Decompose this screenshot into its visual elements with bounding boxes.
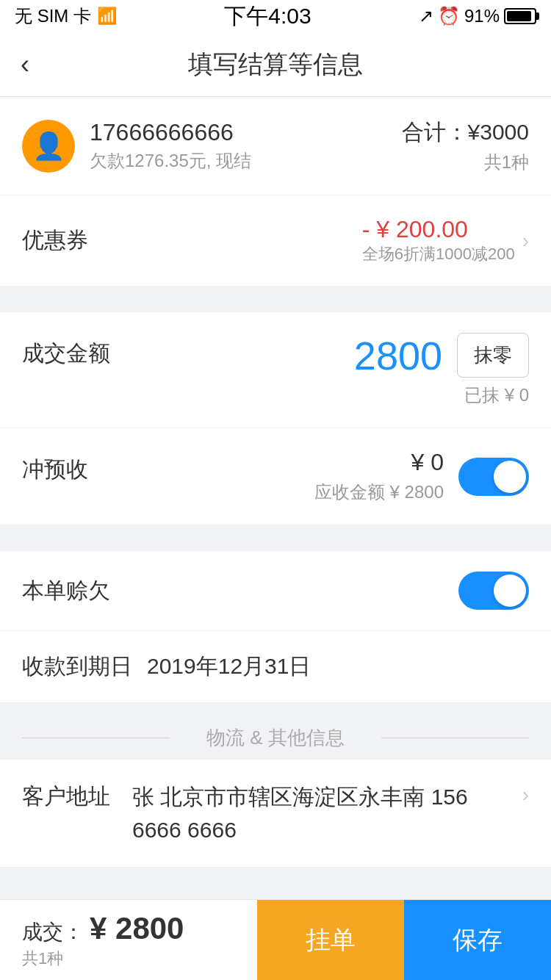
user-total: 合计：¥3000 <box>402 118 529 148</box>
bottom-deal-label: 成交： <box>22 918 84 946</box>
save-button[interactable]: 保存 <box>404 900 551 981</box>
hang-button[interactable]: 挂单 <box>257 900 404 981</box>
debt-toggle[interactable] <box>458 572 529 610</box>
user-right: 合计：¥3000 共1种 <box>402 118 529 174</box>
amount-section: 成交金额 2800 抹零 已抹 ¥ 0 <box>0 312 551 428</box>
duedate-row: 收款到期日 2019年12月31日 <box>22 652 529 682</box>
avatar: 👤 <box>22 120 75 173</box>
debt-toggle-knob <box>494 574 526 607</box>
user-info-card: 👤 17666666666 欠款1276.35元, 现结 合计：¥3000 共1… <box>0 97 551 286</box>
location-icon: ↗ <box>419 6 433 26</box>
duedate-label: 收款到期日 <box>22 652 132 682</box>
duedate-section: 收款到期日 2019年12月31日 <box>0 630 551 702</box>
address-label: 客户地址 <box>22 780 110 812</box>
divider-line-right <box>381 738 529 738</box>
section-divider-1 <box>0 299 551 312</box>
logistics-divider: 物流 & 其他信息 <box>0 716 551 760</box>
user-row: 👤 17666666666 欠款1276.35元, 现结 合计：¥3000 共1… <box>0 97 551 195</box>
duedate-value: 2019年12月31日 <box>147 652 311 682</box>
bottom-amount: ¥ 2800 <box>90 911 184 946</box>
prepay-right: ¥ 0 应收金额 ¥ 2800 <box>314 449 529 504</box>
coupon-row[interactable]: 优惠券 - ¥ 200.00 全场6折满1000减200 › <box>0 195 551 286</box>
coupon-label: 优惠券 <box>22 226 88 256</box>
user-count: 共1种 <box>402 151 529 174</box>
address-arrow: › <box>522 780 529 807</box>
bottom-count: 共1种 <box>22 948 235 970</box>
logistics-divider-text: 物流 & 其他信息 <box>206 725 345 751</box>
prepay-label: 冲预收 <box>22 449 88 485</box>
address-section: 客户地址 张 北京市市辖区海淀区永丰南 156 6666 6666 › <box>0 760 551 867</box>
page-title: 填写结算等信息 <box>188 48 363 82</box>
prepay-toggle[interactable] <box>458 458 529 496</box>
prepay-receivable: 应收金额 ¥ 2800 <box>314 480 444 504</box>
coupon-right: - ¥ 200.00 全场6折满1000减200 › <box>362 216 529 265</box>
user-info: 17666666666 欠款1276.35元, 现结 <box>90 119 251 173</box>
debt-card: 本单赊欠 收款到期日 2019年12月31日 <box>0 538 551 702</box>
user-debt: 欠款1276.35元, 现结 <box>90 149 251 173</box>
bottom-bar: 成交： ¥ 2800 共1种 挂单 保存 <box>0 899 551 980</box>
no-sim-text: 无 SIM 卡 <box>15 4 91 28</box>
address-card: 客户地址 张 北京市市辖区海淀区永丰南 156 6666 6666 › <box>0 760 551 867</box>
amount-label: 成交金额 <box>22 333 110 369</box>
alarm-icon: ⏰ <box>438 6 460 26</box>
coupon-arrow: › <box>522 229 529 253</box>
debt-label: 本单赊欠 <box>22 576 110 606</box>
address-content: 张 北京市市辖区海淀区永丰南 156 6666 6666 <box>132 780 522 846</box>
status-left: 无 SIM 卡 📶 <box>15 4 117 28</box>
address-row[interactable]: 客户地址 张 北京市市辖区海淀区永丰南 156 6666 6666 › <box>22 780 529 846</box>
battery-fill <box>507 11 531 21</box>
prepay-values: ¥ 0 应收金额 ¥ 2800 <box>314 449 444 504</box>
battery-icon <box>504 8 536 24</box>
amount-sub: 已抹 ¥ 0 <box>22 383 529 407</box>
user-left: 👤 17666666666 欠款1276.35元, 现结 <box>22 119 251 173</box>
toggle-knob <box>494 461 526 493</box>
amount-value: 2800 <box>354 336 442 375</box>
coupon-amount: - ¥ 200.00 <box>362 216 515 243</box>
status-bar: 无 SIM 卡 📶 下午4:03 ↗ ⏰ 91% <box>0 0 551 32</box>
status-right: ↗ ⏰ 91% <box>419 6 536 26</box>
debt-section: 本单赊欠 <box>0 538 551 630</box>
battery-percent: 91% <box>464 6 500 26</box>
content: 👤 17666666666 欠款1276.35元, 现结 合计：¥3000 共1… <box>0 97 551 968</box>
debt-row: 本单赊欠 <box>22 572 529 610</box>
amount-card: 成交金额 2800 抹零 已抹 ¥ 0 冲预收 ¥ 0 应收金额 ¥ 2800 <box>0 312 551 525</box>
bottom-summary: 成交： ¥ 2800 共1种 <box>0 911 257 970</box>
status-time: 下午4:03 <box>224 1 311 32</box>
round-button[interactable]: 抹零 <box>457 333 529 378</box>
back-button[interactable]: ‹ <box>21 49 29 80</box>
avatar-icon: 👤 <box>32 131 65 162</box>
prepay-section: 冲预收 ¥ 0 应收金额 ¥ 2800 <box>0 428 551 525</box>
amount-row: 成交金额 2800 抹零 <box>22 333 529 378</box>
nav-bar: ‹ 填写结算等信息 <box>0 32 551 97</box>
user-phone: 17666666666 <box>90 119 251 146</box>
divider-line-left <box>22 738 170 738</box>
coupon-desc: 全场6折满1000减200 <box>362 243 515 265</box>
wifi-icon: 📶 <box>97 7 117 26</box>
prepay-amount: ¥ 0 <box>314 449 444 476</box>
amount-right: 2800 抹零 <box>354 333 529 378</box>
prepay-row: 冲预收 ¥ 0 应收金额 ¥ 2800 <box>22 449 529 504</box>
